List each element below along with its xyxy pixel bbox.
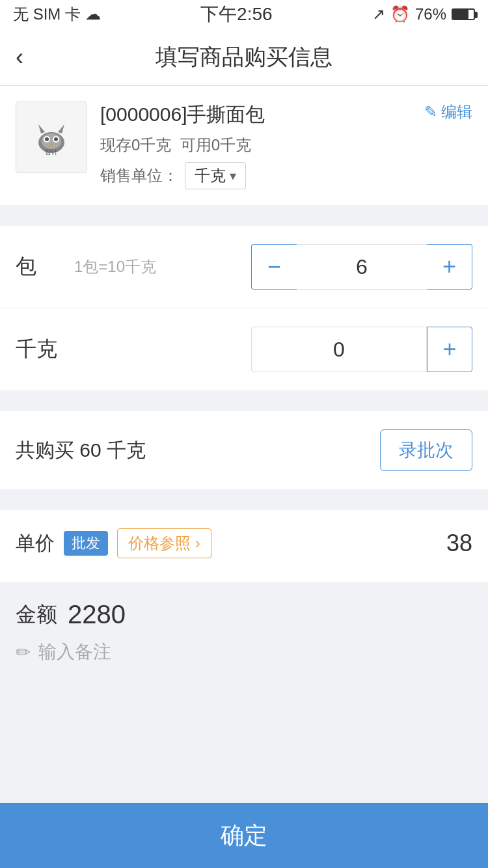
page-title: 填写商品购买信息 — [156, 42, 332, 72]
bag-increase-button[interactable]: + — [427, 244, 472, 290]
back-button[interactable]: ‹ — [16, 44, 23, 71]
total-section: 共购买 60 千克 录批次 — [0, 411, 488, 489]
product-info: [0000006]手撕面包 现存0千克 可用0千克 销售单位： 千克 ▾ — [100, 102, 472, 189]
product-stock: 现存0千克 可用0千克 — [100, 135, 472, 156]
product-unit: 销售单位： 千克 ▾ — [100, 162, 472, 189]
remark-row[interactable]: ✏ 输入备注 — [16, 640, 472, 664]
price-section: 单价 批发 价格参照 › 38 — [0, 510, 488, 582]
kg-label: 千克 — [16, 335, 68, 364]
sim-status: 无 SIM 卡 ☁ — [13, 4, 101, 25]
kg-row: 千克 + — [0, 308, 488, 390]
edit-button[interactable]: ✎ 编辑 — [424, 102, 472, 122]
status-right: ↗ ⏰ 76% — [372, 5, 475, 23]
svg-marker-1 — [38, 124, 45, 133]
kg-increase-button[interactable]: + — [427, 327, 472, 372]
bag-label: 包 — [16, 252, 68, 281]
product-card: 智计 [0000006]手撕面包 现存0千克 可用0千克 销售单位： 千克 ▾ … — [0, 86, 488, 205]
product-image: 智计 — [16, 102, 87, 173]
svg-marker-2 — [58, 124, 64, 133]
price-tag: 批发 — [64, 531, 108, 556]
amount-value: 2280 — [68, 600, 126, 629]
price-reference-button[interactable]: 价格参照 › — [117, 528, 211, 558]
remark-icon: ✏ — [16, 642, 31, 663]
svg-point-7 — [54, 137, 58, 141]
status-time: 下午2:56 — [200, 2, 273, 27]
confirm-button[interactable]: 确定 — [0, 803, 488, 868]
amount-section: 金额 2280 ✏ 输入备注 — [0, 582, 488, 664]
divider3 — [0, 500, 488, 510]
price-row: 单价 批发 价格参照 › 38 — [16, 528, 472, 558]
nav-bar: ‹ 填写商品购买信息 — [0, 29, 488, 86]
product-name: [0000006]手撕面包 — [100, 102, 472, 128]
total-label: 共购买 60 千克 — [16, 437, 146, 464]
svg-point-6 — [45, 137, 49, 141]
battery-level: 76% — [415, 5, 446, 23]
amount-label: 金额 — [16, 601, 57, 629]
quantity-section: 包 1包=10千克 − + 千克 + — [0, 226, 488, 390]
bag-decrease-button[interactable]: − — [251, 244, 297, 290]
remark-placeholder: 输入备注 — [38, 640, 111, 664]
status-left: 无 SIM 卡 ☁ — [13, 4, 101, 25]
bag-row: 包 1包=10千克 − + — [0, 226, 488, 308]
location-icon: ↗ — [372, 5, 385, 23]
bag-quantity-input[interactable] — [297, 244, 427, 290]
record-batch-button[interactable]: 录批次 — [380, 429, 472, 471]
status-bar: 无 SIM 卡 ☁ 下午2:56 ↗ ⏰ 76% — [0, 0, 488, 29]
unit-dropdown[interactable]: 千克 ▾ — [185, 162, 246, 189]
bag-hint: 1包=10千克 — [74, 256, 251, 277]
divider2 — [0, 401, 488, 411]
kg-control: + — [251, 327, 472, 372]
price-label: 单价 — [16, 530, 55, 557]
bag-control: − + — [251, 244, 472, 290]
alarm-icon: ⏰ — [390, 5, 410, 23]
divider1 — [0, 215, 488, 226]
product-logo: 智计 — [32, 118, 71, 157]
svg-text:智计: 智计 — [45, 148, 58, 156]
battery-icon — [452, 8, 475, 20]
price-value: 38 — [446, 530, 472, 557]
kg-quantity-input[interactable] — [251, 327, 427, 372]
edit-icon: ✎ — [424, 103, 437, 121]
amount-row: 金额 2280 — [16, 600, 472, 629]
